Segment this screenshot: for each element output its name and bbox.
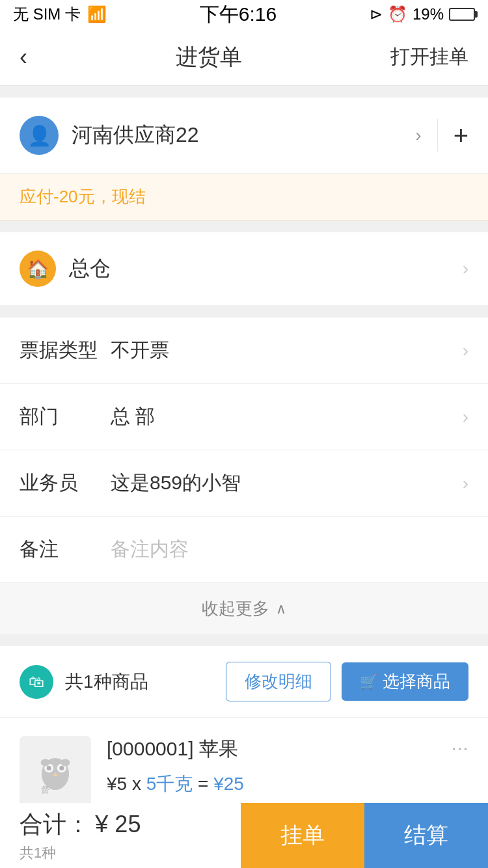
wifi-icon: 📶 [87, 5, 107, 23]
alert-banner: 应付-20元，现结 [0, 174, 488, 221]
battery-text: 19% [413, 5, 444, 23]
carrier-text: 无 SIM 卡 [13, 4, 81, 25]
avatar-icon: 👤 [27, 124, 51, 147]
product-price: ¥5 x 5千克 = ¥25 [107, 772, 444, 796]
summary-total: 合计： ¥ 25 [20, 809, 221, 841]
hang-button[interactable]: 挂单 [241, 803, 364, 868]
remarks-row[interactable]: 备注 备注内容 [0, 517, 488, 583]
product-equals: = [198, 774, 213, 794]
supplier-vertical-divider [437, 119, 438, 152]
form-fields: 票据类型 不开票 › 部门 总 部 › 业务员 这是859的小智 › 备注 备注… [0, 318, 488, 583]
select-product-button[interactable]: 🛒 选择商品 [342, 662, 468, 701]
products-header: 🛍 共1种商品 修改明细 🛒 选择商品 [0, 646, 488, 718]
page-title: 进货单 [176, 42, 242, 72]
edit-details-button[interactable]: 修改明细 [226, 662, 331, 701]
ticket-type-value: 不开票 [111, 337, 456, 364]
ticket-type-row[interactable]: 票据类型 不开票 › [0, 318, 488, 384]
supplier-chevron-icon: › [415, 125, 421, 146]
product-total: ¥25 [213, 774, 244, 794]
svg-text:督: 督 [41, 785, 49, 794]
collapse-arrow-icon: ∧ [276, 601, 286, 617]
department-value: 总 部 [111, 403, 456, 430]
status-time: 下午6:16 [200, 1, 277, 28]
warehouse-icon: 🏠 [20, 251, 56, 287]
salesperson-chevron-icon: › [463, 473, 468, 494]
location-icon: ⊳ [370, 5, 383, 23]
battery-icon [449, 8, 475, 21]
open-pending-button[interactable]: 打开挂单 [390, 44, 468, 70]
section-divider-3 [0, 306, 488, 318]
product-code: [0000001] [107, 738, 193, 759]
svg-point-4 [59, 766, 64, 770]
product-thumbnail: 督 [20, 736, 91, 807]
collapse-label: 收起更多 [202, 597, 269, 620]
total-amount: ¥ 25 [95, 811, 141, 837]
products-icon: 🛍 [20, 665, 53, 699]
summary-info: 合计： ¥ 25 共1种 [0, 809, 241, 863]
salesperson-row[interactable]: 业务员 这是859的小智 › [0, 450, 488, 517]
section-divider-2 [0, 221, 488, 232]
collapse-toggle[interactable]: 收起更多 ∧ [0, 583, 488, 634]
svg-point-7 [61, 759, 70, 766]
product-quantity: 5千克 [146, 774, 193, 794]
remarks-label: 备注 [20, 536, 104, 563]
main-content: 👤 河南供应商22 › + 应付-20元，现结 🏠 总仓 › 票据类型 不开票 … [0, 86, 488, 868]
alarm-icon: ⏰ [388, 5, 407, 23]
add-supplier-button[interactable]: + [454, 121, 468, 150]
supplier-name: 河南供应商22 [72, 121, 415, 150]
salesperson-value: 这是859的小智 [111, 470, 456, 496]
product-more-button[interactable]: ··· [451, 736, 468, 760]
warehouse-chevron-icon: › [463, 258, 468, 279]
products-count: 共1种商品 [65, 670, 226, 694]
status-left: 无 SIM 卡 📶 [13, 4, 107, 25]
department-label: 部门 [20, 403, 104, 430]
product-unit-price: ¥5 [107, 774, 127, 794]
supplier-row[interactable]: 👤 河南供应商22 › + [0, 98, 488, 174]
ticket-type-label: 票据类型 [20, 337, 104, 364]
select-product-icon: 🛒 [360, 673, 377, 690]
department-chevron-icon: › [463, 407, 468, 427]
supplier-avatar: 👤 [20, 116, 59, 155]
svg-point-3 [47, 766, 51, 770]
warehouse-name: 总仓 [69, 254, 463, 283]
ticket-type-chevron-icon: › [463, 340, 468, 361]
checkout-button[interactable]: 结算 [364, 803, 488, 868]
bottom-bar: 合计： ¥ 25 共1种 挂单 结算 [0, 803, 488, 868]
department-row[interactable]: 部门 总 部 › [0, 384, 488, 450]
nav-bar: ‹ 进货单 打开挂单 [0, 29, 488, 86]
product-title: 苹果 [199, 738, 238, 759]
select-product-label: 选择商品 [383, 670, 450, 693]
warehouse-row[interactable]: 🏠 总仓 › [0, 232, 488, 306]
product-name: [0000001] 苹果 [107, 736, 444, 763]
status-right: ⊳ ⏰ 19% [370, 5, 475, 23]
section-divider-1 [0, 86, 488, 98]
remarks-value[interactable]: 备注内容 [111, 536, 468, 563]
svg-point-6 [41, 759, 50, 766]
product-multiply: x [132, 774, 146, 794]
supplier-section: 👤 河南供应商22 › + 应付-20元，现结 [0, 98, 488, 221]
summary-count: 共1种 [20, 843, 221, 863]
total-label: 合计： [20, 811, 90, 837]
back-button[interactable]: ‹ [20, 44, 27, 71]
product-owl-icon: 督 [33, 749, 78, 794]
product-info: [0000001] 苹果 ¥5 x 5千克 = ¥25 [107, 736, 444, 796]
salesperson-label: 业务员 [20, 470, 104, 496]
status-bar: 无 SIM 卡 📶 下午6:16 ⊳ ⏰ 19% [0, 0, 488, 29]
